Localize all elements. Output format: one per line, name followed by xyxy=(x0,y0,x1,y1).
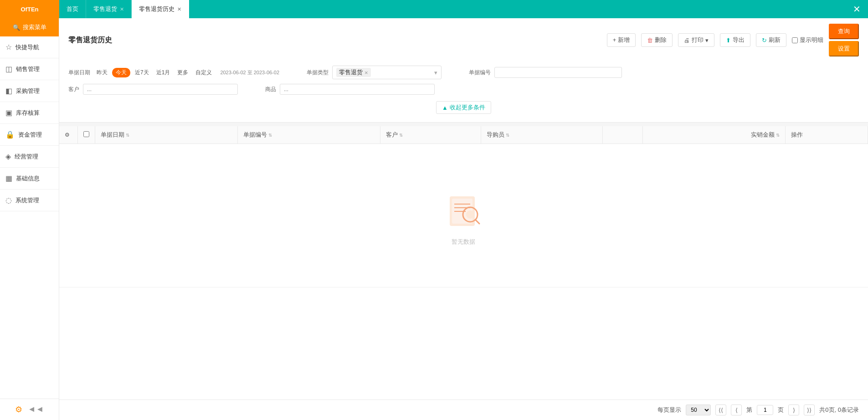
th-checkbox[interactable] xyxy=(77,126,95,144)
search-icon: 🔍 xyxy=(13,24,20,31)
window-close-button[interactable]: ✕ xyxy=(846,4,868,15)
page-header: 零售退货历史 + 新增 🗑 删除 🖨 打印 ▾ ⬆ xyxy=(59,18,868,123)
filter-customer: 客户 xyxy=(68,84,238,95)
sidebar-item-inventory[interactable]: ▣ 库存核算 xyxy=(0,102,59,124)
data-table: ⚙ 单据日期 ⇅ 单据编号 ⇅ 客户 ⇅ xyxy=(59,126,868,287)
sidebar-item-finance[interactable]: 🔒 资金管理 xyxy=(0,124,59,146)
new-button[interactable]: + 新增 xyxy=(607,33,636,47)
sidebar-search[interactable]: 🔍 搜索菜单 xyxy=(0,18,59,36)
svg-point-7 xyxy=(466,210,474,219)
operations-icon: ◈ xyxy=(5,152,11,161)
svg-line-6 xyxy=(475,220,479,224)
export-icon: ⬆ xyxy=(726,37,731,44)
th-settings[interactable]: ⚙ xyxy=(59,126,77,144)
sidebar-item-sales-mgmt[interactable]: ◫ 销售管理 xyxy=(0,58,59,80)
last-page-button[interactable]: ⟩⟩ xyxy=(804,405,815,415)
bill-type-select[interactable]: 零售退货 × ▾ xyxy=(332,66,442,79)
page-title-row: 零售退货历史 + 新增 🗑 删除 🖨 打印 ▾ ⬆ xyxy=(68,24,859,56)
page-suffix: 页 xyxy=(778,406,784,414)
bill-type-tag-close[interactable]: × xyxy=(365,69,368,76)
collapse-filter-button[interactable]: ▲ 收起更多条件 xyxy=(436,101,491,114)
tab-home[interactable]: 首页 xyxy=(59,0,86,18)
goods-input[interactable] xyxy=(280,84,435,95)
filter-row-2: 客户 商品 xyxy=(68,84,859,95)
th-date[interactable]: 单据日期 ⇅ xyxy=(95,126,237,144)
tab-history-close[interactable]: ✕ xyxy=(177,6,181,12)
settings-button[interactable]: 设置 xyxy=(829,41,859,56)
empty-state: 暂无数据 xyxy=(65,149,863,282)
date-range-display: 2023-06-02 至 2023-06-02 xyxy=(220,69,279,76)
first-page-button[interactable]: ⟨⟨ xyxy=(715,405,726,415)
show-detail-checkbox[interactable] xyxy=(792,37,798,43)
filter-bill-type: 单据类型 零售退货 × ▾ xyxy=(307,66,442,79)
customer-input[interactable] xyxy=(83,84,238,95)
page-title: 零售退货历史 xyxy=(68,36,112,45)
per-page-select[interactable]: 50 10 20 100 xyxy=(686,405,711,415)
audio-icon[interactable]: ◄◄ xyxy=(28,405,44,415)
finance-icon: 🔒 xyxy=(5,130,15,139)
bill-no-input[interactable] xyxy=(494,67,622,78)
date-options: 昨天 今天 近7天 近1月 更多 自定义 xyxy=(94,68,215,77)
sidebar-item-system-mgmt[interactable]: ◌ 系统管理 xyxy=(0,190,59,211)
next-page-button[interactable]: ⟩ xyxy=(788,405,799,415)
header-actions: + 新增 🗑 删除 🖨 打印 ▾ ⬆ 导出 xyxy=(607,24,859,56)
export-button[interactable]: ⬆ 导出 xyxy=(720,33,750,47)
th-bill-no[interactable]: 单据编号 ⇅ xyxy=(237,126,380,144)
print-icon: 🖨 xyxy=(684,37,690,44)
date-opt-more[interactable]: 更多 xyxy=(175,68,191,77)
delete-button[interactable]: 🗑 删除 xyxy=(641,33,673,47)
sort-icon-guide: ⇅ xyxy=(506,133,509,138)
per-page-label: 每页显示 xyxy=(657,406,681,414)
tab-retail-return-close[interactable]: ✕ xyxy=(120,6,124,12)
select-all-checkbox[interactable] xyxy=(83,131,89,137)
brand-logo: OfTEn xyxy=(0,0,59,18)
tab-retail-return-history[interactable]: 零售退货历史 ✕ xyxy=(132,0,189,18)
date-opt-last1m[interactable]: 近1月 xyxy=(154,68,173,77)
filter-bill-no: 单据编号 xyxy=(469,67,622,78)
th-action: 操作 xyxy=(786,126,868,144)
top-bar: OfTEn 首页 零售退货 ✕ 零售退货历史 ✕ ✕ xyxy=(0,0,868,18)
collapse-icon: ▲ xyxy=(442,104,448,111)
refresh-button[interactable]: ↻ 刷新 xyxy=(756,33,786,47)
page-label: 第 xyxy=(746,406,752,414)
sort-icon-amount: ⇅ xyxy=(776,133,780,138)
sidebar-item-quick-nav[interactable]: ☆ 快捷导航 xyxy=(0,36,59,58)
filter-date: 单据日期 昨天 今天 近7天 近1月 更多 自定义 2023-06-02 至 2… xyxy=(68,68,279,77)
prev-page-button[interactable]: ⟨ xyxy=(731,405,742,415)
sidebar: 🔍 搜索菜单 ☆ 快捷导航 ◫ 销售管理 ◧ 采购管理 ▣ 库存核算 🔒 资金管… xyxy=(0,18,59,420)
filter-area: 单据日期 昨天 今天 近7天 近1月 更多 自定义 2023-06-02 至 2… xyxy=(68,61,859,122)
base-info-icon: ▦ xyxy=(5,174,12,183)
system-icon: ◌ xyxy=(5,196,12,205)
quick-nav-icon: ☆ xyxy=(5,43,12,51)
sales-icon: ◫ xyxy=(5,65,12,73)
sort-icon-date: ⇅ xyxy=(126,133,129,138)
th-spacer xyxy=(602,126,643,144)
sidebar-item-operations[interactable]: ◈ 经营管理 xyxy=(0,146,59,168)
th-guide[interactable]: 导购员 ⇅ xyxy=(481,126,602,144)
delete-icon: 🗑 xyxy=(647,37,653,44)
content-area: 零售退货历史 + 新增 🗑 删除 🖨 打印 ▾ ⬆ xyxy=(59,18,868,420)
date-opt-custom[interactable]: 自定义 xyxy=(193,68,215,77)
print-button[interactable]: 🖨 打印 ▾ xyxy=(678,33,714,47)
date-opt-today[interactable]: 今天 xyxy=(112,68,130,77)
refresh-icon: ↻ xyxy=(762,37,767,44)
sidebar-item-purchase-mgmt[interactable]: ◧ 采购管理 xyxy=(0,80,59,102)
pagination-bar: 每页显示 50 10 20 100 ⟨⟨ ⟨ 第 页 ⟩ ⟩⟩ 共0页, 0条记… xyxy=(59,400,868,420)
show-detail-checkbox-label[interactable]: 显示明细 xyxy=(792,36,823,44)
print-dropdown-icon: ▾ xyxy=(705,37,709,44)
empty-text: 暂无数据 xyxy=(452,238,475,246)
settings-icon[interactable]: ⚙ xyxy=(15,405,22,415)
tab-list: 首页 零售退货 ✕ 零售退货历史 ✕ xyxy=(59,0,846,18)
sidebar-bottom: ⚙ ◄◄ xyxy=(0,399,59,420)
tab-retail-return[interactable]: 零售退货 ✕ xyxy=(86,0,132,18)
date-opt-last7[interactable]: 近7天 xyxy=(132,68,152,77)
purchase-icon: ◧ xyxy=(5,87,12,95)
th-amount[interactable]: 实销金额 ⇅ xyxy=(643,126,786,144)
table-container: ⚙ 单据日期 ⇅ 单据编号 ⇅ 客户 ⇅ xyxy=(59,126,868,400)
page-number-input[interactable] xyxy=(757,405,773,415)
sidebar-item-base-info[interactable]: ▦ 基础信息 xyxy=(0,168,59,190)
date-opt-yesterday[interactable]: 昨天 xyxy=(94,68,110,77)
query-button[interactable]: 查询 xyxy=(829,24,859,39)
select-dropdown-icon: ▾ xyxy=(434,69,437,76)
th-customer[interactable]: 客户 ⇅ xyxy=(380,126,481,144)
